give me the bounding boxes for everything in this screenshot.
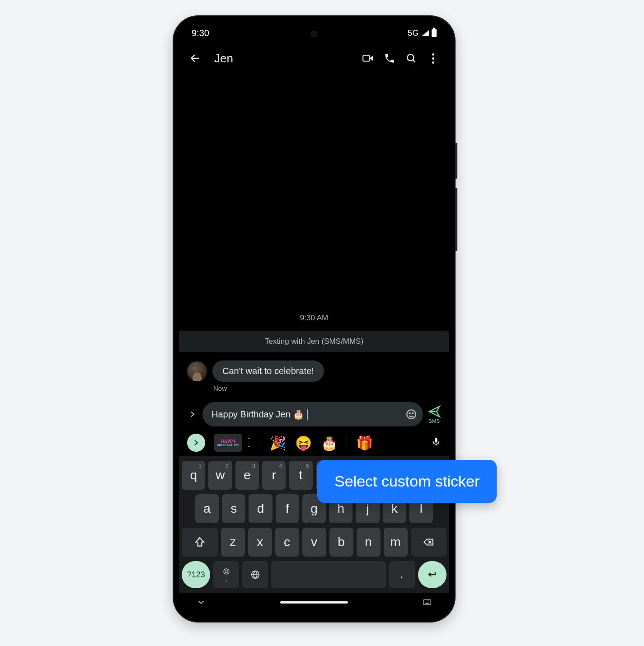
tooltip-select-custom-sticker: Select custom sticker bbox=[317, 460, 497, 503]
key-q[interactable]: q1 bbox=[182, 461, 205, 490]
period-key[interactable]: . bbox=[389, 561, 415, 588]
shift-key[interactable] bbox=[182, 528, 218, 557]
key-m[interactable]: m bbox=[384, 528, 408, 557]
conversation-title[interactable]: Jen bbox=[214, 51, 353, 66]
emoji-picker-button[interactable] bbox=[405, 408, 418, 421]
key-z[interactable]: z bbox=[221, 528, 245, 557]
signal-icon bbox=[422, 30, 429, 36]
key-c[interactable]: c bbox=[275, 528, 299, 557]
svg-point-2 bbox=[407, 410, 416, 419]
send-sublabel: SMS bbox=[428, 418, 440, 424]
suggestion-row: HAPPY BIRTHDAY JEN ⌃⌄ 🎉 😝 🎂 🎁 bbox=[179, 430, 449, 456]
emoji-key[interactable]: , bbox=[213, 561, 239, 588]
app-bar: Jen bbox=[179, 44, 449, 72]
key-b[interactable]: b bbox=[329, 528, 353, 557]
sms-info-bar: Texting with Jen (SMS/MMS) bbox=[179, 331, 449, 352]
svg-point-3 bbox=[409, 413, 410, 414]
system-nav-bar bbox=[179, 593, 449, 616]
key-x[interactable]: x bbox=[248, 528, 272, 557]
svg-point-8 bbox=[227, 571, 228, 571]
svg-point-1 bbox=[407, 54, 414, 61]
suggestion-emoji-face[interactable]: 😝 bbox=[295, 435, 312, 451]
svg-point-4 bbox=[412, 413, 413, 414]
conversation-timestamp: 9:30 AM bbox=[187, 314, 441, 323]
key-e[interactable]: e3 bbox=[235, 461, 259, 490]
contact-avatar[interactable] bbox=[187, 361, 207, 381]
key-f[interactable]: f bbox=[276, 494, 299, 523]
sticker-cycle-arrows[interactable]: ⌃⌄ bbox=[247, 437, 251, 448]
status-network: 5G bbox=[408, 28, 419, 38]
message-time: Now bbox=[213, 384, 324, 392]
enter-key[interactable] bbox=[418, 561, 447, 588]
divider bbox=[260, 436, 260, 449]
voice-call-button[interactable] bbox=[383, 52, 396, 65]
language-key[interactable] bbox=[242, 561, 268, 588]
key-n[interactable]: n bbox=[357, 528, 381, 557]
custom-sticker-happy-birthday[interactable]: HAPPY BIRTHDAY JEN bbox=[214, 434, 242, 452]
keyboard-collapse-button[interactable] bbox=[196, 597, 206, 609]
text-cursor bbox=[307, 409, 308, 420]
key-w[interactable]: w2 bbox=[208, 461, 232, 490]
more-options-button[interactable] bbox=[427, 52, 439, 65]
key-d[interactable]: d bbox=[249, 494, 272, 523]
divider bbox=[347, 436, 347, 449]
svg-rect-0 bbox=[363, 56, 369, 61]
front-camera bbox=[311, 31, 317, 37]
phone-frame: 9:30 5G Jen bbox=[174, 16, 455, 622]
backspace-key[interactable] bbox=[411, 528, 447, 557]
suggestion-emoji-party[interactable]: 🎉 bbox=[269, 435, 286, 451]
video-call-button[interactable] bbox=[362, 52, 374, 65]
search-button[interactable] bbox=[405, 52, 418, 65]
conversation-area[interactable]: 9:30 AM Texting with Jen (SMS/MMS) Can't… bbox=[179, 72, 449, 398]
svg-point-6 bbox=[224, 569, 229, 574]
suggestion-emoji-cake[interactable]: 🎂 bbox=[321, 435, 338, 451]
message-input[interactable]: Happy Birthday Jen 🎂 bbox=[202, 402, 423, 426]
battery-icon bbox=[432, 29, 437, 37]
screen: 9:30 5G Jen bbox=[179, 22, 449, 616]
suggestion-emoji-gift[interactable]: 🎁 bbox=[356, 435, 373, 451]
expand-attachments-button[interactable] bbox=[187, 410, 198, 418]
incoming-message-row: Can't wait to celebrate! Now bbox=[187, 360, 441, 392]
back-button[interactable] bbox=[189, 52, 202, 65]
space-key[interactable] bbox=[271, 561, 385, 588]
message-composer: Happy Birthday Jen 🎂 SMS bbox=[179, 398, 449, 430]
key-t[interactable]: t5 bbox=[289, 461, 312, 490]
key-a[interactable]: a bbox=[195, 494, 219, 523]
message-bubble[interactable]: Can't wait to celebrate! bbox=[212, 360, 324, 382]
status-time: 9:30 bbox=[192, 28, 209, 38]
symbols-key[interactable]: ?123 bbox=[182, 561, 210, 588]
key-v[interactable]: v bbox=[302, 528, 326, 557]
svg-rect-5 bbox=[435, 438, 437, 443]
send-button[interactable]: SMS bbox=[428, 405, 441, 424]
key-s[interactable]: s bbox=[222, 494, 245, 523]
voice-input-button[interactable] bbox=[431, 437, 441, 449]
key-r[interactable]: r4 bbox=[262, 461, 286, 490]
home-gesture-bar[interactable] bbox=[280, 601, 348, 604]
sticker-expand-button[interactable] bbox=[187, 434, 205, 452]
svg-point-7 bbox=[225, 571, 226, 571]
draft-text: Happy Birthday Jen 🎂 bbox=[212, 409, 304, 420]
keyboard-switch-button[interactable] bbox=[422, 597, 432, 609]
